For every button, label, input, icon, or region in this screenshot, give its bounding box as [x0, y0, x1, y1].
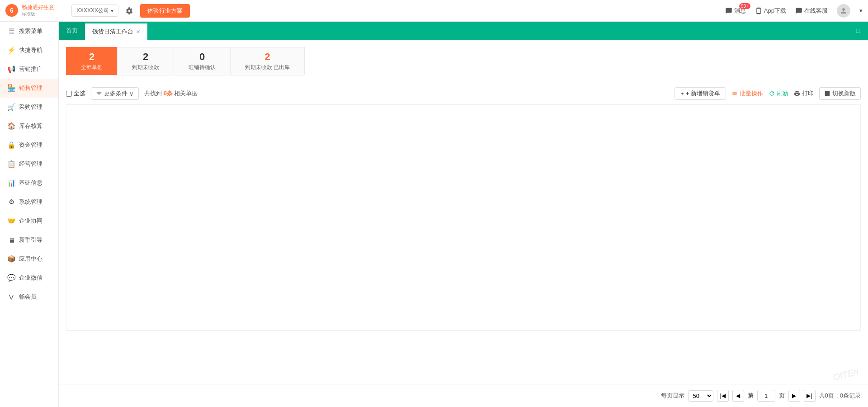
sidebar-icon-new-guide: 🖥: [7, 236, 15, 244]
stats-count-overdue-uncollected: 2: [143, 51, 148, 63]
app-download-label: App下载: [764, 7, 786, 15]
user-avatar[interactable]: [837, 4, 850, 18]
stats-tab-all[interactable]: 2全部单据: [66, 47, 118, 75]
sidebar-icon-purchase-mgmt: 🛒: [7, 103, 15, 111]
sidebar-label-system-mgmt: 系统管理: [19, 198, 42, 206]
stats-count-pending-confirm: 0: [199, 51, 205, 63]
sidebar-icon-enterprise-coop: 🤝: [7, 217, 15, 225]
select-all-input[interactable]: [66, 91, 72, 97]
stats-count-all: 2: [89, 51, 94, 63]
top-header: 6 畅捷通好生意 标准版 XXXXXX公司 ▾ 体验行业方案 消息 99+ Ap…: [0, 0, 868, 22]
sidebar-label-basic-info: 基础信息: [19, 179, 42, 187]
refresh-button[interactable]: 刷新: [769, 89, 788, 98]
stats-tab-overdue-uncollected[interactable]: 2到期未收款: [117, 47, 174, 75]
new-sales-order-button[interactable]: + + 新增销货单: [675, 87, 726, 100]
message-item[interactable]: 消息 99+: [725, 7, 746, 15]
sidebar-label-ops-mgmt: 经营管理: [19, 160, 42, 168]
sidebar-item-system-mgmt[interactable]: ⚙系统管理: [0, 192, 58, 211]
sidebar-item-funds-mgmt[interactable]: 🔒资金管理: [0, 136, 58, 154]
sidebar-item-sales-mgmt[interactable]: 🏪销售管理: [0, 79, 58, 98]
first-page-button[interactable]: |◀: [717, 390, 729, 402]
sidebar-item-app-center[interactable]: 📦应用中心: [0, 249, 58, 268]
tab-close-cash-goods[interactable]: ✕: [136, 29, 140, 35]
sidebar-label-marketing: 营销推广: [19, 65, 42, 73]
print-label: 打印: [802, 89, 814, 98]
sidebar-icon-inventory: 🏠: [7, 122, 15, 130]
message-badge: 99+: [739, 3, 750, 9]
sidebar-item-search-menu[interactable]: ☰搜索菜单: [0, 22, 58, 41]
stats-tab-pending-confirm[interactable]: 0旺铺待确认: [174, 47, 231, 75]
found-count: 0条: [164, 90, 173, 97]
sidebar: ☰搜索菜单⚡快捷导航📢营销推广🏪销售管理🛒采购管理🏠库存核算🔒资金管理📋经营管理…: [0, 22, 59, 407]
app-name: 畅捷通好生意: [22, 4, 54, 10]
sidebar-icon-quick-nav: ⚡: [7, 46, 15, 54]
pagination: 每页显示 50100200 |◀ ◀ 第 页 ▶ ▶| 共0页，0条记录: [59, 384, 868, 407]
refresh-label: 刷新: [777, 89, 788, 98]
next-page-button[interactable]: ▶: [788, 390, 800, 402]
tab-maximize-button[interactable]: □: [852, 24, 864, 37]
print-button[interactable]: 打印: [794, 89, 814, 98]
settings-button[interactable]: [122, 4, 137, 18]
sidebar-item-ops-mgmt[interactable]: 📋经营管理: [0, 154, 58, 173]
batch-operation-button[interactable]: 批量操作: [731, 89, 763, 98]
sidebar-icon-funds-mgmt: 🔒: [7, 141, 15, 149]
page-suffix: 页: [779, 392, 785, 400]
sidebar-icon-member: V: [7, 293, 15, 301]
sidebar-item-enterprise-wechat[interactable]: 💬企业微信: [0, 268, 58, 287]
prev-page-button[interactable]: ◀: [732, 390, 744, 402]
sidebar-item-quick-nav[interactable]: ⚡快捷导航: [0, 41, 58, 60]
sidebar-label-sales-mgmt: 销售管理: [19, 84, 42, 92]
company-name: XXXXXX公司: [76, 7, 109, 14]
sidebar-item-enterprise-coop[interactable]: 🤝企业协同: [0, 211, 58, 230]
stats-tab-overdue-unshipped[interactable]: 2到期未收款 已出库: [230, 47, 305, 75]
sidebar-item-member[interactable]: V畅会员: [0, 287, 58, 306]
user-dropdown[interactable]: ▾: [859, 7, 863, 14]
per-page-select[interactable]: 50100200: [688, 390, 713, 402]
sidebar-label-funds-mgmt: 资金管理: [19, 141, 42, 149]
app-logo-icon: 6: [5, 4, 18, 17]
sidebar-item-marketing[interactable]: 📢营销推广: [0, 60, 58, 79]
stats-label-overdue-unshipped: 到期未收款 已出库: [245, 64, 290, 71]
sidebar-item-inventory[interactable]: 🏠库存核算: [0, 117, 58, 136]
sidebar-label-member: 畅会员: [19, 293, 37, 301]
select-all-checkbox[interactable]: 全选: [66, 89, 85, 98]
sidebar-label-new-guide: 新手引导: [19, 236, 42, 244]
online-service-label: 在线客服: [804, 7, 828, 15]
logo-area: 6 畅捷通好生意 标准版: [5, 4, 64, 17]
stats-count-overdue-unshipped: 2: [265, 51, 270, 63]
tab-home[interactable]: 首页: [59, 22, 85, 40]
page-label: 第: [748, 392, 754, 400]
sidebar-item-basic-info[interactable]: 📊基础信息: [0, 173, 58, 192]
company-selector[interactable]: XXXXXX公司 ▾: [71, 5, 118, 17]
app-sub: 标准版: [22, 11, 54, 17]
tab-label-cash-goods: 钱货日清工作台: [92, 28, 133, 36]
sidebar-icon-search-menu: ☰: [7, 27, 15, 35]
experience-button[interactable]: 体验行业方案: [140, 4, 190, 18]
more-conditions-button[interactable]: 更多条件 ∨: [91, 87, 139, 100]
sidebar-label-enterprise-coop: 企业协同: [19, 217, 42, 225]
sidebar-label-purchase-mgmt: 采购管理: [19, 103, 42, 111]
data-table: [66, 105, 861, 331]
page-number-input[interactable]: [757, 390, 775, 402]
last-page-button[interactable]: ▶|: [804, 390, 816, 402]
filter-bar: 全选 更多条件 ∨ 共找到 0条 相关单据 + + 新增销货单 批量操作: [66, 83, 861, 105]
sidebar-icon-sales-mgmt: 🏪: [7, 84, 15, 92]
online-service-item[interactable]: 在线客服: [795, 7, 828, 15]
sidebar-icon-marketing: 📢: [7, 65, 15, 73]
switch-new-version-button[interactable]: 切换新版: [819, 87, 861, 100]
main-content: 2全部单据2到期未收款0旺铺待确认2到期未收款 已出库 全选 更多条件 ∨ 共找…: [59, 40, 868, 407]
per-page-label: 每页显示: [661, 392, 684, 400]
tab-bar: 首页钱货日清工作台✕ ─ □: [59, 22, 868, 40]
tab-minimize-button[interactable]: ─: [837, 24, 850, 37]
sidebar-item-new-guide[interactable]: 🖥新手引导: [0, 230, 58, 249]
app-download-item[interactable]: App下载: [755, 7, 786, 15]
sidebar-icon-enterprise-wechat: 💬: [7, 274, 15, 282]
content-inner: 2全部单据2到期未收款0旺铺待确认2到期未收款 已出库 全选 更多条件 ∨ 共找…: [59, 40, 868, 407]
sidebar-item-purchase-mgmt[interactable]: 🛒采购管理: [0, 98, 58, 117]
tab-cash-goods[interactable]: 钱货日清工作台✕: [85, 23, 147, 40]
new-btn-label: + 新增销货单: [686, 89, 720, 98]
stats-label-all: 全部单据: [81, 64, 103, 71]
new-btn-plus: +: [680, 90, 684, 97]
switch-label: 切换新版: [832, 89, 856, 98]
dropdown-arrow: ▾: [111, 8, 113, 14]
